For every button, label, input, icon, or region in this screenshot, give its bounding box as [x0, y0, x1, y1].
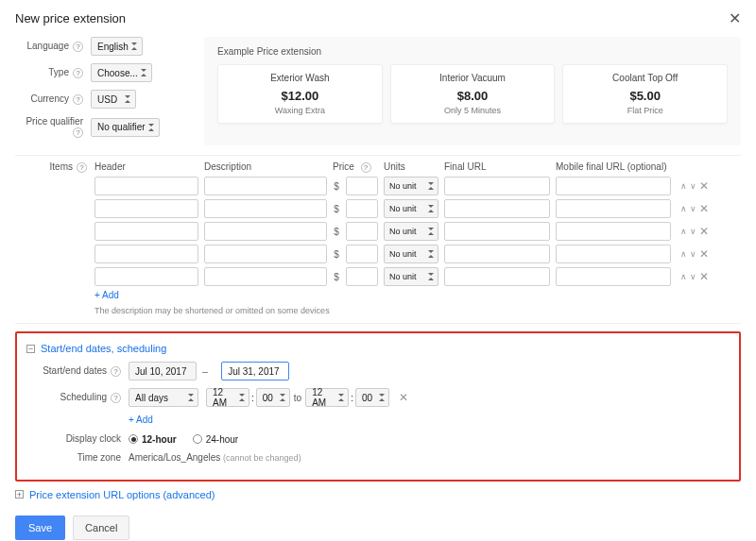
help-icon[interactable]: ? — [111, 366, 121, 377]
description-input[interactable] — [204, 245, 327, 263]
expand-icon: + — [15, 490, 24, 499]
help-icon[interactable]: ? — [77, 162, 87, 173]
clock-12-radio[interactable] — [129, 434, 138, 444]
remove-schedule-icon[interactable]: ✕ — [399, 391, 408, 404]
remove-row-icon[interactable]: ✕ — [699, 247, 709, 261]
close-icon[interactable]: ✕ — [729, 9, 741, 27]
type-select[interactable]: Choose... — [91, 63, 152, 82]
move-down-icon[interactable]: ∨ — [690, 204, 696, 213]
move-up-icon[interactable]: ∧ — [680, 272, 687, 281]
description-input[interactable] — [204, 199, 327, 218]
move-down-icon[interactable]: ∨ — [690, 181, 696, 191]
move-up-icon[interactable]: ∧ — [680, 181, 687, 191]
description-input[interactable] — [204, 222, 327, 241]
unit-select[interactable]: No unit — [384, 222, 438, 241]
price-input[interactable] — [346, 267, 378, 286]
card-title: Coolant Top Off — [567, 73, 723, 83]
scheduling-label: Scheduling? — [26, 392, 121, 403]
unit-select[interactable]: No unit — [384, 267, 438, 286]
header-input[interactable] — [94, 177, 198, 195]
final-url-input[interactable] — [444, 177, 550, 195]
description-input[interactable] — [204, 267, 327, 286]
final-url-input[interactable] — [444, 245, 550, 263]
col-header: Header — [94, 161, 198, 173]
settings-form: Language? English Type? Choose... Curren… — [15, 37, 185, 145]
remove-row-icon[interactable]: ✕ — [699, 270, 709, 283]
mobile-url-input[interactable] — [556, 177, 671, 195]
end-date-input[interactable]: Jul 31, 2017 — [221, 362, 289, 380]
language-select[interactable]: English — [91, 37, 143, 56]
price-input[interactable] — [346, 222, 378, 241]
tz-value: America/Los_Angeles (cannot be changed) — [129, 452, 301, 463]
schedule-toggle[interactable]: − Start/end dates, scheduling — [26, 343, 730, 354]
start-hour-select[interactable]: 12 AM — [206, 388, 249, 407]
card-price: $12.00 — [222, 89, 378, 103]
help-icon[interactable]: ? — [73, 42, 83, 52]
tz-label: Time zone — [26, 452, 121, 463]
dates-label: Start/end dates? — [26, 365, 121, 377]
start-min-select[interactable]: 00 — [256, 388, 290, 407]
qualifier-label: Price qualifier? — [15, 116, 83, 138]
item-row: $No unit∧∨✕ — [94, 199, 741, 218]
header-input[interactable] — [94, 267, 198, 286]
advanced-toggle[interactable]: + Price extension URL options (advanced) — [15, 489, 741, 500]
mobile-url-input[interactable] — [556, 267, 671, 286]
description-input[interactable] — [204, 177, 327, 195]
add-item-link[interactable]: + Add — [94, 290, 741, 300]
collapse-icon: − — [26, 345, 35, 353]
card-sub: Only 5 Minutes — [395, 106, 551, 115]
clock-label: Display clock — [26, 433, 121, 444]
header-input[interactable] — [94, 222, 198, 241]
help-icon[interactable]: ? — [73, 68, 83, 78]
end-hour-select[interactable]: 12 AM — [305, 388, 349, 407]
mobile-url-input[interactable] — [556, 245, 671, 263]
unit-select[interactable]: No unit — [384, 177, 438, 195]
currency-select[interactable]: USD — [91, 90, 136, 109]
currency-symbol: $ — [333, 272, 340, 282]
price-input[interactable] — [346, 245, 378, 263]
end-min-select[interactable]: 00 — [355, 388, 389, 407]
move-down-icon[interactable]: ∨ — [690, 272, 696, 281]
clock-24-radio[interactable] — [193, 434, 202, 444]
help-icon[interactable]: ? — [111, 393, 121, 403]
remove-row-icon[interactable]: ✕ — [699, 179, 709, 193]
remove-row-icon[interactable]: ✕ — [699, 225, 709, 238]
price-input[interactable] — [346, 199, 378, 218]
preview-card: Interior Vacuum$8.00Only 5 Minutes — [390, 64, 556, 124]
col-units: Units — [384, 161, 438, 173]
items-note: The description may be shortened or omit… — [94, 306, 741, 315]
move-down-icon[interactable]: ∨ — [690, 227, 696, 236]
unit-select[interactable]: No unit — [384, 199, 438, 218]
move-up-icon[interactable]: ∧ — [680, 227, 687, 236]
price-input[interactable] — [346, 177, 378, 195]
move-down-icon[interactable]: ∨ — [690, 249, 696, 259]
qualifier-select[interactable]: No qualifier — [91, 118, 160, 137]
help-icon[interactable]: ? — [73, 94, 83, 105]
mobile-url-input[interactable] — [556, 199, 671, 218]
cancel-button[interactable]: Cancel — [73, 516, 129, 540]
col-final-url: Final URL — [444, 161, 550, 173]
currency-symbol: $ — [333, 249, 340, 260]
day-select[interactable]: All days — [129, 388, 198, 407]
final-url-input[interactable] — [444, 267, 550, 286]
card-title: Interior Vacuum — [395, 73, 551, 83]
move-up-icon[interactable]: ∧ — [680, 249, 687, 259]
final-url-input[interactable] — [444, 199, 550, 218]
col-description: Description — [204, 161, 327, 173]
page-title: New price extension — [15, 11, 126, 25]
help-icon[interactable]: ? — [73, 127, 83, 138]
schedule-section: − Start/end dates, scheduling Start/end … — [15, 331, 741, 482]
add-schedule-link[interactable]: + Add — [129, 414, 153, 425]
mobile-url-input[interactable] — [556, 222, 671, 241]
help-icon[interactable]: ? — [361, 162, 371, 173]
header-input[interactable] — [94, 199, 198, 218]
move-up-icon[interactable]: ∧ — [680, 204, 687, 213]
unit-select[interactable]: No unit — [384, 245, 438, 263]
final-url-input[interactable] — [444, 222, 550, 241]
remove-row-icon[interactable]: ✕ — [699, 202, 709, 215]
card-sub: Waxing Extra — [222, 106, 378, 115]
save-button[interactable]: Save — [15, 516, 65, 540]
start-date-input[interactable]: Jul 10, 2017 — [129, 362, 197, 380]
preview-title: Example Price extension — [217, 46, 728, 57]
header-input[interactable] — [94, 245, 198, 263]
